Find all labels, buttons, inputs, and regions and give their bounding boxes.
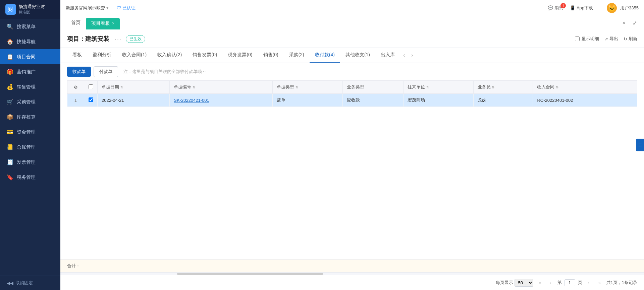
export-button[interactable]: ↗ 导出 xyxy=(604,36,618,42)
sidebar-item-sales[interactable]: 💰 销售管理 xyxy=(0,79,60,94)
topbar: 新服务官网演示账套 ▾ 🛡 已认证 💬 消息 1 📱 App下载 🐱 用户335… xyxy=(60,0,644,16)
right-panel-toggle[interactable]: ≡ xyxy=(636,139,644,151)
sub-nav-sales[interactable]: 销售(0) xyxy=(258,48,284,63)
tab-close-icon[interactable]: × xyxy=(112,21,114,26)
page-number-input[interactable] xyxy=(565,279,575,286)
row-checkbox[interactable] xyxy=(89,97,93,102)
topbar-divider xyxy=(600,5,600,11)
row-code[interactable]: SK-20220421-001 xyxy=(170,94,273,107)
summary-row: 合计： xyxy=(60,259,644,272)
account-selector[interactable]: 新服务官网演示账套 ▾ xyxy=(66,5,109,11)
close-button[interactable]: × xyxy=(620,19,628,27)
sort-contract-icon: ⇅ xyxy=(556,85,558,89)
sub-nav-other[interactable]: 其他收支(1) xyxy=(340,48,375,63)
refresh-button[interactable]: ↻ 刷新 xyxy=(624,36,637,42)
refresh-label: 刷新 xyxy=(629,36,637,42)
table-header-check[interactable] xyxy=(84,81,98,94)
total-info: 共1页，1条记录 xyxy=(606,280,637,286)
tab-home-label: 首页 xyxy=(71,20,80,26)
app-name: 畅捷通好业财 xyxy=(19,4,45,10)
sidebar-item-quick-nav[interactable]: 🏠 快捷导航 xyxy=(0,34,60,49)
row-check[interactable] xyxy=(84,94,98,107)
table-header-settings[interactable]: ⚙ xyxy=(67,81,84,94)
sidebar-item-purchase[interactable]: 🛒 采购管理 xyxy=(0,94,60,110)
payment-button[interactable]: 付款单 xyxy=(94,66,118,77)
show-detail-label: 显示明细 xyxy=(582,36,599,42)
sidebar-item-inventory[interactable]: 📦 库存核算 xyxy=(0,110,60,125)
sub-navigation: 看板 盈利分析 收入合同(1) 收入确认(2) 销售发票(0) 税务发票(0) … xyxy=(60,48,644,63)
next-page-button[interactable]: › xyxy=(585,279,593,287)
project-prefix: 项目：建筑安装 xyxy=(67,35,109,43)
sub-nav-prev-arrow[interactable]: ‹ xyxy=(400,51,408,59)
message-icon: 💬 xyxy=(548,5,553,10)
table-header-date[interactable]: 单据日期 ⇅ xyxy=(98,81,170,94)
project-more-icon[interactable]: ··· xyxy=(115,35,122,43)
table-header-contract[interactable]: 收入合同 ⇅ xyxy=(533,81,637,94)
sub-nav-purchase[interactable]: 采购(2) xyxy=(284,48,310,63)
account-name: 新服务官网演示账套 xyxy=(66,5,105,11)
sub-nav-inout[interactable]: 出入库 xyxy=(375,48,400,63)
sidebar-item-project[interactable]: 📋 项目合同 xyxy=(0,49,60,64)
data-table: ⚙ 单据日期 ⇅ 单据编号 ⇅ 单据类型 xyxy=(67,80,637,107)
user-avatar: 🐱 xyxy=(607,3,617,13)
project-header: 项目：建筑安装 ··· 已生效 显示明细 ↗ 导出 ↻ 刷新 xyxy=(60,30,644,48)
table-header-type[interactable]: 单据类型 ⇅ xyxy=(273,81,343,94)
table-row[interactable]: 1 2022-04-21 SK-20220421-001 蓝单 应收款 宏茂商场… xyxy=(67,94,637,107)
last-page-button[interactable]: » xyxy=(596,279,604,287)
per-page-select[interactable]: 50 100 200 xyxy=(515,279,533,287)
page-size-selector[interactable]: 每页显示 50 100 200 xyxy=(496,279,533,287)
show-detail-checkbox[interactable]: 显示明细 xyxy=(575,36,599,42)
tab-home[interactable]: 首页 xyxy=(66,16,86,30)
sub-nav-payment[interactable]: 收付款(4) xyxy=(310,48,340,63)
sidebar-item-tax[interactable]: 🔖 税务管理 xyxy=(0,170,60,185)
message-button[interactable]: 💬 消息 1 xyxy=(548,5,563,11)
row-date: 2022-04-21 xyxy=(98,94,170,107)
table-header-code[interactable]: 单据编号 ⇅ xyxy=(170,81,273,94)
maximize-button[interactable]: ⤢ xyxy=(631,19,639,27)
sidebar-item-search[interactable]: 🔍 搜索菜单 xyxy=(0,19,60,34)
panel-icon: ≡ xyxy=(638,142,642,149)
sidebar-item-marketing[interactable]: 🎁 营销推广 xyxy=(0,64,60,79)
sidebar-item-finance[interactable]: 💳 资金管理 xyxy=(0,125,60,140)
search-icon: 🔍 xyxy=(7,23,13,30)
prev-page-button[interactable]: ‹ xyxy=(547,279,555,287)
export-label: 导出 xyxy=(609,36,618,42)
project-actions: 显示明细 ↗ 导出 ↻ 刷新 xyxy=(575,36,637,42)
sidebar-item-label: 总账管理 xyxy=(17,144,36,150)
scrollbar-thumb[interactable] xyxy=(177,273,323,275)
topbar-right: 💬 消息 1 📱 App下载 🐱 用户3355 xyxy=(548,3,639,13)
sub-nav-income-contract[interactable]: 收入合同(1) xyxy=(117,48,152,63)
project-status-badge: 已生效 xyxy=(126,35,145,43)
sidebar-item-label: 营销推广 xyxy=(17,69,36,75)
sub-nav-profit[interactable]: 盈利分析 xyxy=(87,48,117,63)
home-icon: 🏠 xyxy=(7,39,13,45)
receipt-button[interactable]: 收款单 xyxy=(67,67,91,77)
sub-nav-next-arrow[interactable]: › xyxy=(408,51,416,59)
unpin-button[interactable]: ◀◀ 取消固定 xyxy=(0,276,60,290)
sidebar-item-invoice[interactable]: 🧾 发票管理 xyxy=(0,155,60,170)
certified-label: 已认证 xyxy=(122,5,136,11)
horizontal-scrollbar[interactable] xyxy=(60,272,644,275)
sub-nav-sales-invoice[interactable]: 销售发票(0) xyxy=(187,48,222,63)
select-all-checkbox[interactable] xyxy=(89,84,93,89)
sub-nav-board[interactable]: 看板 xyxy=(67,48,87,63)
row-code-link[interactable]: SK-20220421-001 xyxy=(174,98,209,103)
sidebar-item-ledger[interactable]: 📒 总账管理 xyxy=(0,140,60,155)
table-header-salesman[interactable]: 业务员 ⇅ xyxy=(473,81,533,94)
user-area[interactable]: 🐱 用户3355 xyxy=(607,3,639,13)
sort-partner-icon: ⇅ xyxy=(426,85,429,89)
sub-nav-income-confirm[interactable]: 收入确认(2) xyxy=(152,48,187,63)
first-page-button[interactable]: « xyxy=(536,279,544,287)
table-header-partner[interactable]: 往来单位 ⇅ xyxy=(404,81,474,94)
app-version: 标准版 xyxy=(19,10,45,15)
tabbar: 首页 项目看板 × × ⤢ xyxy=(60,16,644,30)
app-download-button[interactable]: 📱 App下载 xyxy=(570,5,593,11)
tab-project-board[interactable]: 项目看板 × xyxy=(86,18,120,29)
show-detail-input[interactable] xyxy=(575,37,580,41)
project-icon: 📋 xyxy=(7,54,13,60)
row-num: 1 xyxy=(67,94,84,107)
summary-label: 合计： xyxy=(67,263,80,269)
account-arrow-icon: ▾ xyxy=(106,5,109,10)
certified-badge: 🛡 已认证 xyxy=(117,5,136,11)
sub-nav-tax-invoice[interactable]: 税务发票(0) xyxy=(222,48,258,63)
